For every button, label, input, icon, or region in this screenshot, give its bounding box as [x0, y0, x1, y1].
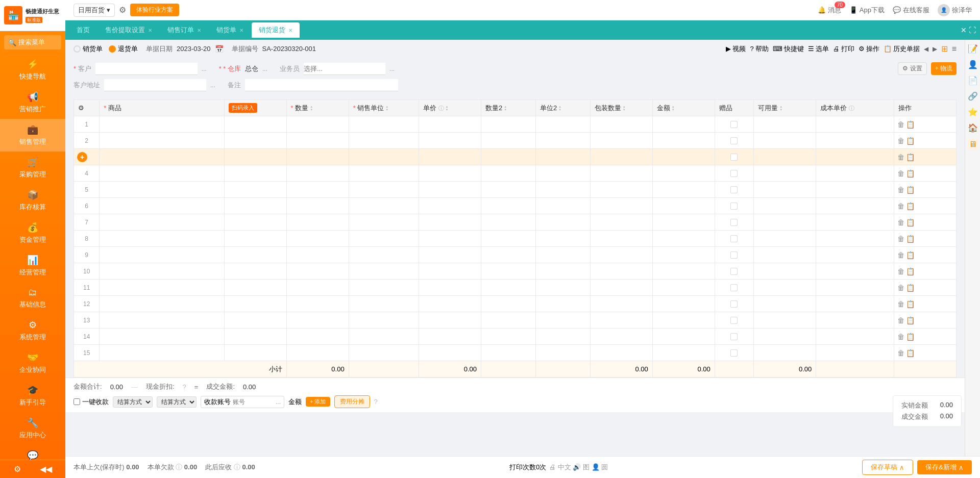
gift-cell[interactable]: [715, 198, 753, 214]
quantity-cell[interactable]: [286, 214, 349, 231]
unit-price-cell[interactable]: [419, 263, 481, 280]
gift-checkbox[interactable]: [730, 121, 738, 128]
sidebar-item-purchase[interactable]: 🛒 采购管理: [0, 152, 65, 184]
rs-star-icon[interactable]: ⭐: [968, 107, 978, 117]
available-cell[interactable]: [754, 231, 816, 247]
delete-row-btn[interactable]: 🗑: [897, 120, 904, 129]
gift-cell[interactable]: [715, 329, 753, 345]
sidebar-item-enterprise[interactable]: 🤝 企业协同: [0, 347, 65, 380]
fees-help-icon[interactable]: ?: [374, 398, 378, 406]
gift-checkbox[interactable]: [730, 333, 738, 340]
pack-qty-cell[interactable]: [590, 116, 652, 133]
quantity-cell[interactable]: [286, 280, 349, 296]
available-cell[interactable]: [754, 116, 816, 133]
copy-row-btn[interactable]: 📋: [906, 333, 915, 341]
quantity-cell[interactable]: [286, 247, 349, 263]
tab-close-order[interactable]: ✕: [197, 28, 201, 33]
tab-sales-order[interactable]: 销售订单 ✕: [160, 22, 208, 38]
sidebar-item-wechat[interactable]: 💬 企业微信: [0, 445, 65, 460]
sales-unit-cell[interactable]: [349, 247, 419, 263]
sidebar-item-base[interactable]: 🗂 基础信息: [0, 282, 65, 314]
tab-sales-delivery[interactable]: 销货单 ✕: [209, 22, 251, 38]
maximize-btn[interactable]: ⛶: [969, 26, 976, 34]
copy-row-btn[interactable]: 📋: [906, 316, 915, 324]
gift-cell[interactable]: [715, 280, 753, 296]
calendar-icon[interactable]: 📅: [215, 45, 224, 53]
gift-cell[interactable]: [715, 345, 753, 361]
sales-unit-cell[interactable]: [349, 133, 419, 149]
tab-close-return[interactable]: ✕: [288, 28, 292, 33]
add-row-btn-footer[interactable]: + 添加: [306, 397, 330, 407]
gift-cell[interactable]: [715, 182, 753, 198]
pack-qty-cell[interactable]: [590, 214, 652, 231]
account-more-btn[interactable]: ...: [276, 398, 281, 406]
customer-input[interactable]: [95, 63, 198, 75]
unit2-cell[interactable]: [535, 329, 590, 345]
tab-price-setting[interactable]: 售价提取设置 ✕: [98, 22, 159, 38]
rs-note-icon[interactable]: 📝: [968, 44, 978, 54]
gift-checkbox[interactable]: [730, 349, 738, 357]
pack-qty-cell[interactable]: [590, 149, 652, 165]
remark-input[interactable]: [245, 79, 398, 91]
unit2-cell[interactable]: [535, 345, 590, 361]
unit2-cell[interactable]: [535, 312, 590, 329]
operate-action[interactable]: ⚙ 操作: [859, 44, 879, 54]
rs-screen-icon[interactable]: 🖥: [968, 139, 978, 150]
sidebar-item-system[interactable]: ⚙ 系统管理: [0, 314, 65, 347]
gift-checkbox[interactable]: [730, 284, 738, 291]
grid-view-btn[interactable]: ⊞: [941, 44, 948, 54]
product-cell[interactable]: [100, 149, 224, 165]
delete-row-btn[interactable]: 🗑: [897, 202, 904, 210]
pack-qty-cell[interactable]: [590, 182, 652, 198]
delete-row-btn[interactable]: 🗑: [897, 218, 904, 227]
gift-cell[interactable]: [715, 247, 753, 263]
qty2-cell[interactable]: [481, 133, 536, 149]
product-cell[interactable]: [100, 247, 224, 263]
delete-row-btn[interactable]: 🗑: [897, 153, 904, 161]
amount-cell[interactable]: [652, 329, 715, 345]
quantity-cell[interactable]: [286, 329, 349, 345]
available-cell[interactable]: [754, 165, 816, 182]
quantity-cell[interactable]: [286, 182, 349, 198]
radio-delivery-btn[interactable]: [74, 45, 81, 53]
unit-price-cell[interactable]: [419, 214, 481, 231]
th-settings[interactable]: ⚙: [74, 100, 100, 116]
amount-cell[interactable]: [652, 263, 715, 280]
unit2-cell[interactable]: [535, 198, 590, 214]
amount-cell[interactable]: [652, 116, 715, 133]
gift-checkbox[interactable]: [730, 317, 738, 324]
copy-row-btn[interactable]: 📋: [906, 202, 915, 210]
amount-cell[interactable]: [652, 133, 715, 149]
gift-checkbox[interactable]: [730, 170, 738, 177]
shortcut-action[interactable]: ⌨ 快捷键: [773, 44, 804, 54]
gift-cell[interactable]: [715, 231, 753, 247]
product-cell[interactable]: [100, 296, 224, 312]
unit-price-cell[interactable]: [419, 247, 481, 263]
sales-unit-cell[interactable]: [349, 198, 419, 214]
search-button[interactable]: 🔍 搜索菜单: [4, 35, 61, 49]
gift-cell[interactable]: [715, 149, 753, 165]
staff-input[interactable]: [304, 63, 385, 75]
available-cell[interactable]: [754, 247, 816, 263]
sales-unit-cell[interactable]: [349, 329, 419, 345]
available-cell[interactable]: [754, 133, 816, 149]
amount-cell[interactable]: [652, 198, 715, 214]
available-cell[interactable]: [754, 214, 816, 231]
qty2-cell[interactable]: [481, 247, 536, 263]
unit2-cell[interactable]: [535, 247, 590, 263]
pack-qty-cell[interactable]: [590, 329, 652, 345]
unit2-cell[interactable]: [535, 214, 590, 231]
experience-btn[interactable]: 体验行业方案: [130, 4, 179, 16]
category-select[interactable]: 日用百货 ▾: [74, 4, 115, 17]
unit-price-cell[interactable]: [419, 182, 481, 198]
video-action[interactable]: ▶ 视频: [726, 44, 746, 54]
gift-checkbox[interactable]: [730, 251, 738, 259]
app-download[interactable]: 📱 App下载: [849, 6, 885, 15]
product-cell[interactable]: [100, 345, 224, 361]
qty2-cell[interactable]: [481, 296, 536, 312]
gift-cell[interactable]: [715, 116, 753, 133]
qty2-cell[interactable]: [481, 182, 536, 198]
unit2-cell[interactable]: [535, 149, 590, 165]
qty2-cell[interactable]: [481, 263, 536, 280]
qty2-cell[interactable]: [481, 345, 536, 361]
